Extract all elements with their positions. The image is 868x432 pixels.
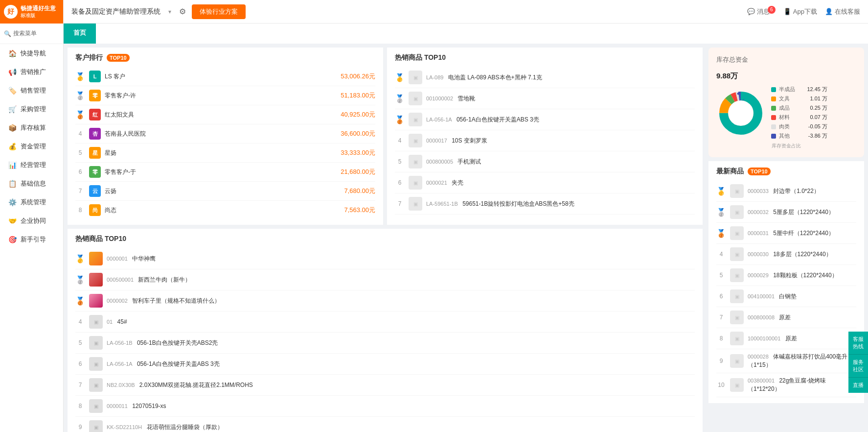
- content-right: 库存总资金 9.88万: [707, 44, 868, 432]
- customer-avatar: 杏: [89, 128, 101, 140]
- hot-products-main-title: 热销商品 TOP10: [75, 235, 695, 243]
- legend-value: 0.07 万: [798, 114, 827, 121]
- svg-point-6: [729, 101, 753, 125]
- product-placeholder-icon: ▣: [413, 180, 418, 186]
- sidebar-item-finance[interactable]: 💰资金管理: [0, 137, 63, 156]
- product-name: 59651-1B旋转投影灯电池盒ABS黑色+58壳: [462, 200, 574, 207]
- customer-name: 云扬: [105, 187, 340, 195]
- product-name: 新西兰牛肉（新牛）: [138, 276, 191, 283]
- medal-silver-icon: 🥈: [716, 208, 726, 217]
- medal-gold-icon: 🥇: [395, 73, 405, 82]
- product-name: 2.0X30MM双搓花轴.搓花直径2.1MM/ROHS: [139, 382, 253, 388]
- legend-dot: [771, 87, 776, 92]
- legend-label: 文具: [779, 95, 795, 102]
- product-info: 0000001 中华神鹰: [107, 255, 695, 263]
- product-info: NB2.0X30B 2.0X30MM双搓花轴.搓花直径2.1MM/ROHS: [107, 381, 695, 389]
- sidebar-item-guide[interactable]: 🎯新手引导: [0, 230, 63, 249]
- product-thumb: [89, 273, 103, 287]
- customer-rank-row: 6 零 零售客户-于 21,680.00元: [75, 163, 375, 182]
- product-placeholder-icon: ▣: [735, 273, 739, 278]
- product-name: 夹壳: [452, 179, 463, 186]
- legend-value: -3.86 万: [798, 132, 827, 140]
- product-thumb: ▣: [409, 92, 422, 105]
- sidebar-item-coop[interactable]: 🤝企业协同: [0, 212, 63, 230]
- new-product-row: 6 ▣ 004100001 白钢垫: [716, 286, 856, 307]
- online-service-area[interactable]: 👤 在线客服: [825, 7, 860, 16]
- product-info: 0000029 18颗粒板（1220*2440）: [748, 271, 856, 280]
- sidebar-item-base[interactable]: 📋基础信息: [0, 174, 63, 193]
- settings-icon[interactable]: ⚙: [179, 7, 186, 16]
- product-placeholder-icon: ▣: [94, 383, 98, 388]
- new-product-row: 🥇 ▣ 0000033 封边带（1.0*22）: [716, 181, 856, 202]
- product-thumb: ▣: [730, 354, 744, 368]
- new-products-title: 最新商品 TOP10: [716, 167, 856, 176]
- legend-item: 其他 -3.86 万: [771, 132, 827, 140]
- sidebar-item-inventory[interactable]: 📦库存核算: [0, 119, 63, 137]
- product-code: 000500001: [107, 277, 134, 283]
- product-info: 0000011 12070519-xs: [107, 403, 695, 409]
- medal-gold-icon: 🥇: [75, 254, 85, 264]
- product-placeholder-icon: ▣: [735, 189, 739, 194]
- product-code: LA-056-1B: [107, 340, 133, 346]
- hot-product-main-row: 9 ▣ KK-SD22110H 花语萌恒温分腿睡袋（厚款）: [75, 417, 695, 432]
- product-info: 000500001 新西兰牛肉（新牛）: [107, 276, 695, 284]
- legend-item: 文具 1.01 万: [771, 95, 827, 102]
- tab-home[interactable]: 首页: [64, 24, 96, 44]
- sidebar-icon-inventory: 📦: [8, 123, 17, 132]
- search-menu-button[interactable]: 🔍 搜索菜单: [4, 27, 59, 40]
- sidebar-item-sales[interactable]: 🏷️销售管理: [0, 81, 63, 100]
- sidebar-item-system[interactable]: ⚙️系统管理: [0, 193, 63, 212]
- product-code: 004100001: [748, 293, 775, 299]
- sidebar-label-quick-nav: 快捷导航: [21, 49, 46, 58]
- product-thumb: ▣: [89, 399, 103, 413]
- sidebar-item-purchase[interactable]: 🛒采购管理: [0, 100, 63, 119]
- product-thumb: ▣: [730, 268, 744, 282]
- sidebar-icon-guide: 🎯: [8, 235, 17, 244]
- rank-number: 7: [395, 200, 405, 207]
- product-thumb: ▣: [730, 289, 744, 303]
- product-placeholder-icon: ▣: [94, 361, 98, 367]
- rank-number: 7: [75, 382, 85, 388]
- experience-btn[interactable]: 体验行业方案: [192, 4, 246, 19]
- message-icon: 💬: [747, 8, 755, 15]
- sidebar-item-marketing[interactable]: 📢营销推广: [0, 63, 63, 81]
- logo-title: 畅捷通好生意: [21, 5, 56, 13]
- customer-value: 53,006.26元: [341, 72, 375, 81]
- logo-icon: 好: [4, 5, 18, 19]
- inventory-title: 库存总资金: [716, 55, 856, 64]
- medal-bronze-icon: 🥉: [716, 229, 726, 238]
- product-info: 01 45#: [107, 318, 695, 325]
- topbar: 装备及固定资产辅助管理系统 ▾ ⚙ 体验行业方案 💬 消息 6 📱 App下载 …: [64, 0, 868, 24]
- float-button[interactable]: 直播: [848, 378, 868, 393]
- sidebar-icon-sales: 🏷️: [8, 86, 17, 95]
- product-thumb: ▣: [409, 155, 422, 168]
- product-info: 0000021 夹壳: [426, 179, 695, 187]
- rank-number: 4: [75, 130, 85, 137]
- product-placeholder-icon: ▣: [94, 425, 98, 430]
- product-name: 智利车子里（规格不知道填什么）: [132, 297, 220, 304]
- product-thumb: ▣: [409, 134, 422, 147]
- product-placeholder-icon: ▣: [735, 359, 739, 364]
- sidebar-item-quick-nav[interactable]: 🏠快捷导航: [0, 44, 63, 63]
- new-products-list: 🥇 ▣ 0000033 封边带（1.0*22） 🥈 ▣ 0000032 5厘多层…: [716, 181, 856, 397]
- customer-avatar: 尚: [89, 204, 101, 216]
- hot-product-main-row: 🥉 0000002 智利车子里（规格不知道填什么）: [75, 290, 695, 312]
- hot-products-right-list: 🥇 ▣ LA-089 电池盖 LA-089 ABS本色+黑种 7.1克 🥈 ▣ …: [395, 67, 695, 215]
- dropdown-arrow-icon[interactable]: ▾: [168, 8, 171, 15]
- inventory-value: 9.88万: [716, 66, 856, 82]
- product-code: 003800001: [748, 378, 775, 384]
- customer-rank-row: 7 云 云扬 7,680.00元: [75, 182, 375, 201]
- product-info: 0000033 封边带（1.0*22）: [748, 187, 856, 195]
- new-product-row: 4 ▣ 0000030 18多层（1220*2440）: [716, 244, 856, 265]
- sidebar-item-operation[interactable]: 📊经营管理: [0, 156, 63, 174]
- float-button[interactable]: 服务社区: [848, 355, 868, 378]
- product-placeholder-icon: ▣: [413, 138, 418, 144]
- legend-label: 其他: [779, 132, 795, 140]
- product-code: KK-SD22110H: [107, 424, 142, 430]
- hot-product-right-row: 4 ▣ 0000017 10S 变刺罗浆: [395, 130, 695, 151]
- float-button[interactable]: 客服热线: [848, 332, 868, 355]
- app-download-area[interactable]: 📱 App下载: [783, 7, 817, 16]
- product-code: 0000021: [426, 180, 447, 186]
- messages-area[interactable]: 💬 消息 6: [747, 7, 776, 16]
- legend-value: -0.05 万: [798, 123, 827, 130]
